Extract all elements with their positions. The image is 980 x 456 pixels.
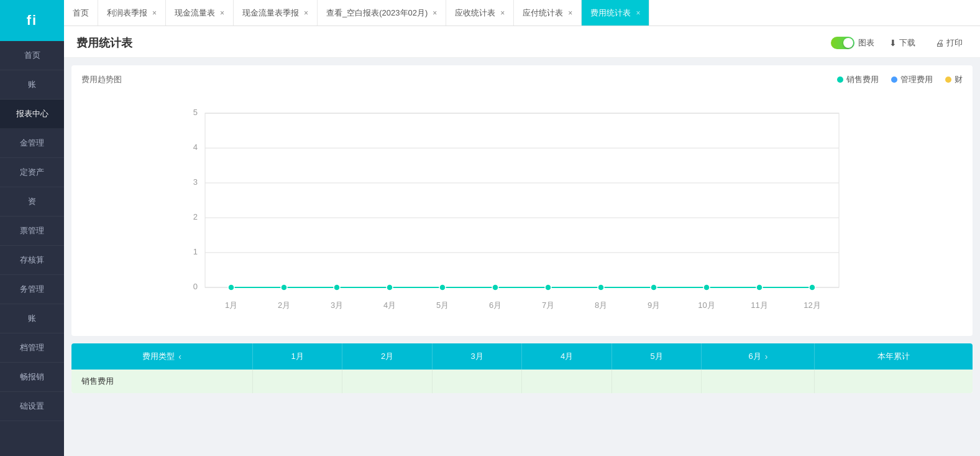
col-m2: 2月 xyxy=(342,343,433,370)
sidebar: fi 首页 账 报表中心 金管理 定资产 资 票管理 存核算 务管理 账 档管理… xyxy=(0,0,64,456)
svg-point-32 xyxy=(598,284,604,291)
tab-close-cashflow-quarterly[interactable]: × xyxy=(304,9,308,17)
sidebar-item-payable[interactable]: 账 xyxy=(0,304,64,333)
tab-close-cashflow[interactable]: × xyxy=(220,9,224,17)
chart-title: 费用趋势图 xyxy=(81,74,122,85)
svg-text:1: 1 xyxy=(193,247,198,256)
chart-toggle[interactable] xyxy=(831,37,854,49)
sidebar-item-biz-mgmt[interactable]: 务管理 xyxy=(0,275,64,304)
tab-profit-report[interactable]: 利润表季报 × xyxy=(98,0,166,26)
chart-legend: 销售费用 管理费用 财 xyxy=(837,74,963,85)
tab-close-profit-report[interactable]: × xyxy=(152,9,157,17)
col-m5: 5月 xyxy=(611,343,702,370)
tab-blank-report[interactable]: 查看_空白报表(2023年02月) × xyxy=(318,0,446,26)
tab-home[interactable]: 首页 xyxy=(64,0,98,26)
tab-close-payable-stat[interactable]: × xyxy=(568,9,572,17)
svg-text:4月: 4月 xyxy=(383,300,396,310)
col-type: 费用类型 ‹ xyxy=(71,343,252,370)
sidebar-item-expense[interactable]: 畅报销 xyxy=(0,363,64,392)
col-m1: 1月 xyxy=(252,343,342,370)
svg-point-31 xyxy=(545,284,551,291)
svg-text:8月: 8月 xyxy=(595,300,607,310)
legend-admin: 管理费用 xyxy=(891,74,933,85)
sidebar-item-fund-mgmt[interactable]: 金管理 xyxy=(0,129,64,158)
legend-dot-finance xyxy=(945,77,951,83)
col-m4: 4月 xyxy=(522,343,612,370)
main-area: 首页 利润表季报 × 现金流量表 × 现金流量表季报 × 查看_空白报表(202… xyxy=(64,0,980,456)
sidebar-item-file-mgmt[interactable]: 档管理 xyxy=(0,333,64,363)
sidebar-item-fixed-assets[interactable]: 定资产 xyxy=(0,158,64,187)
download-button[interactable]: ⬇ 下载 xyxy=(884,35,920,51)
sidebar-item-account[interactable]: 账 xyxy=(0,70,64,100)
legend-finance: 财 xyxy=(945,74,963,85)
print-icon: 🖨 xyxy=(935,38,944,48)
header-actions: 图表 ⬇ 下载 🖨 打印 xyxy=(831,35,968,51)
col-m3: 3月 xyxy=(432,343,522,370)
svg-point-27 xyxy=(334,284,340,291)
svg-text:11月: 11月 xyxy=(751,300,767,310)
sidebar-item-salary[interactable]: 资 xyxy=(0,187,64,216)
cell-m3 xyxy=(432,370,522,393)
chart-toggle-label: 图表 xyxy=(858,37,874,49)
tab-cashflow[interactable]: 现金流量表 × xyxy=(166,0,234,26)
svg-text:10月: 10月 xyxy=(698,300,715,310)
tab-bar: 首页 利润表季报 × 现金流量表 × 现金流量表季报 × 查看_空白报表(202… xyxy=(64,0,980,26)
tab-close-expense-stat[interactable]: × xyxy=(636,9,640,17)
svg-text:3: 3 xyxy=(193,177,198,187)
tab-close-blank-report[interactable]: × xyxy=(433,9,437,17)
cell-m6 xyxy=(702,370,815,393)
svg-point-34 xyxy=(703,284,710,291)
page-title: 费用统计表 xyxy=(76,35,132,50)
svg-text:5: 5 xyxy=(193,108,198,117)
cell-m1 xyxy=(252,370,342,393)
svg-text:5月: 5月 xyxy=(436,300,449,310)
cell-m5 xyxy=(611,370,702,393)
sidebar-item-home[interactable]: 首页 xyxy=(0,41,64,70)
cell-m2 xyxy=(342,370,433,393)
chart-toggle-wrapper: 图表 xyxy=(831,37,874,49)
cell-ytd xyxy=(815,370,973,393)
svg-text:4: 4 xyxy=(193,142,198,152)
print-button[interactable]: 🖨 打印 xyxy=(930,35,968,51)
sidebar-item-report-center[interactable]: 报表中心 xyxy=(0,100,64,129)
table-row: 销售费用 xyxy=(71,370,973,393)
next-month-arrow[interactable]: › xyxy=(765,351,768,361)
trend-chart: 0 1 2 3 4 5 1月 2月 3月 4月 5月 xyxy=(81,91,963,322)
svg-text:2: 2 xyxy=(193,212,198,221)
tab-cashflow-quarterly[interactable]: 现金流量表季报 × xyxy=(234,0,318,26)
svg-point-26 xyxy=(281,284,287,291)
col-ytd: 本年累计 xyxy=(815,343,973,370)
cell-type: 销售费用 xyxy=(71,370,252,393)
svg-text:2月: 2月 xyxy=(278,300,290,310)
sidebar-item-base-settings[interactable]: 础设置 xyxy=(0,392,64,421)
expense-table: 费用类型 ‹ 1月 2月 3月 4月 5月 6月 › xyxy=(71,343,973,393)
tab-expense-stat[interactable]: 费用统计表 × xyxy=(582,0,649,26)
svg-text:1月: 1月 xyxy=(225,300,237,310)
svg-text:12月: 12月 xyxy=(804,300,820,310)
svg-point-36 xyxy=(809,284,815,291)
sidebar-logo: fi xyxy=(0,0,64,41)
tab-receivable[interactable]: 应收统计表 × xyxy=(446,0,514,26)
svg-text:9月: 9月 xyxy=(648,300,660,310)
sidebar-item-inventory[interactable]: 存核算 xyxy=(0,246,64,275)
svg-text:6月: 6月 xyxy=(489,300,501,310)
content-area: 费用统计表 图表 ⬇ 下载 🖨 打印 费用趋势图 xyxy=(64,26,980,456)
svg-point-25 xyxy=(228,284,234,291)
prev-month-arrow[interactable]: ‹ xyxy=(178,351,181,361)
tab-close-receivable[interactable]: × xyxy=(500,9,505,17)
chart-section: 费用趋势图 销售费用 管理费用 财 xyxy=(71,65,973,336)
svg-point-33 xyxy=(651,284,657,291)
legend-dot-sales xyxy=(837,77,843,83)
page-header: 费用统计表 图表 ⬇ 下载 🖨 打印 xyxy=(64,26,980,58)
table-section: 费用类型 ‹ 1月 2月 3月 4月 5月 6月 › xyxy=(71,343,973,393)
legend-sales: 销售费用 xyxy=(837,74,879,85)
svg-rect-12 xyxy=(205,113,839,287)
svg-text:7月: 7月 xyxy=(542,300,554,310)
svg-point-29 xyxy=(439,284,446,291)
sidebar-item-invoice-mgmt[interactable]: 票管理 xyxy=(0,216,64,246)
download-icon: ⬇ xyxy=(889,38,897,48)
cell-m4 xyxy=(522,370,612,393)
svg-text:0: 0 xyxy=(193,282,198,291)
svg-point-28 xyxy=(387,284,393,291)
tab-payable-stat[interactable]: 应付统计表 × xyxy=(514,0,582,26)
